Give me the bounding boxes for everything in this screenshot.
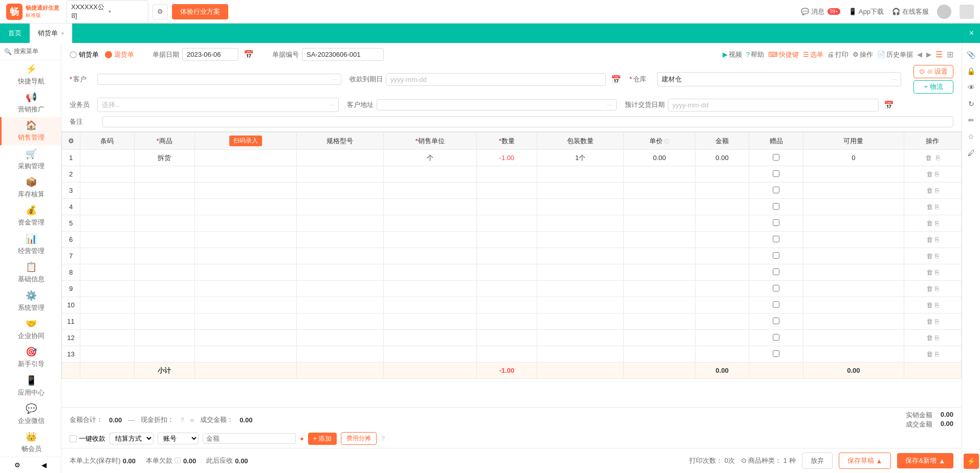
cell-qty[interactable] <box>476 199 537 215</box>
cell-qty[interactable] <box>476 313 537 330</box>
delete-icon[interactable]: 🗑 <box>926 334 933 342</box>
app-download-button[interactable]: 📱 App下载 <box>848 7 884 16</box>
cell-amount[interactable] <box>695 232 749 248</box>
cell-qty[interactable] <box>476 346 537 363</box>
fee-help-icon[interactable]: ? <box>381 435 384 442</box>
settings-icon[interactable]: ⚙ <box>153 4 168 19</box>
sidebar-item-enterprise[interactable]: 🤝 企业协同 <box>0 315 61 343</box>
delete-icon[interactable]: 🗑 <box>926 203 933 211</box>
cell-action[interactable]: 🗑⎘ <box>904 264 961 281</box>
cell-pkg-qty[interactable] <box>537 232 624 248</box>
sidebar-item-basic[interactable]: 📋 基础信息 <box>0 259 61 287</box>
cell-product[interactable] <box>134 183 194 199</box>
cell-barcode[interactable] <box>80 183 135 199</box>
gift-checkbox[interactable] <box>773 187 779 193</box>
col-settings[interactable]: ⚙ <box>62 132 80 150</box>
expected-date-input[interactable]: yyyy-mm-dd <box>668 99 879 111</box>
cell-unit[interactable] <box>383 166 476 183</box>
rt-orange-action-btn[interactable]: ⚡ <box>964 454 979 469</box>
cell-gift[interactable] <box>749 281 803 297</box>
cell-pkg-qty[interactable] <box>537 330 624 346</box>
cell-qty[interactable] <box>476 281 537 297</box>
avatar[interactable] <box>937 5 951 19</box>
delete-icon[interactable]: 🗑 <box>926 170 933 178</box>
cell-unit[interactable] <box>383 199 476 215</box>
delete-icon[interactable]: 🗑 <box>926 301 933 309</box>
customer-addr-input[interactable]: ··· <box>377 99 616 110</box>
copy-icon[interactable]: ⎘ <box>935 318 939 325</box>
cell-spec[interactable] <box>296 297 383 313</box>
sidebar-item-wechat[interactable]: 💬 企业微信 <box>0 400 61 428</box>
cell-action[interactable]: 🗑⎘ <box>904 215 961 232</box>
cell-barcode[interactable] <box>80 264 135 281</box>
cell-action[interactable]: 🗑⎘ <box>904 297 961 313</box>
cell-unit[interactable] <box>383 330 476 346</box>
cell-product[interactable] <box>134 215 194 232</box>
cell-unit-price[interactable] <box>624 330 695 346</box>
delete-icon[interactable]: 🗑 <box>926 318 933 325</box>
cell-amount[interactable] <box>695 248 749 264</box>
sidebar-item-purchase[interactable]: 🛒 采购管理 <box>0 145 61 173</box>
cell-gift[interactable] <box>749 346 803 363</box>
cell-gift[interactable] <box>749 330 803 346</box>
cell-spec[interactable] <box>296 183 383 199</box>
select-button[interactable]: ☰ 选单 <box>803 50 823 59</box>
cell-pkg-qty[interactable] <box>537 297 624 313</box>
copy-icon[interactable]: ⎘ <box>935 187 939 194</box>
copy-icon[interactable]: ⎘ <box>936 154 940 162</box>
rt-edit-btn[interactable]: ✏ <box>964 112 979 128</box>
cell-barcode[interactable] <box>80 199 135 215</box>
cell-unit[interactable] <box>383 215 476 232</box>
gift-checkbox[interactable] <box>773 268 779 275</box>
cell-unit[interactable] <box>383 281 476 297</box>
info-icon[interactable]: ⓘ <box>175 456 181 465</box>
rt-write-btn[interactable]: 🖊 <box>964 145 979 161</box>
payment-method-select[interactable]: 结算方式 <box>110 433 154 444</box>
discount-help-icon[interactable]: ? <box>180 416 184 424</box>
sidebar-item-member[interactable]: 👑 畅会员 <box>0 429 61 457</box>
discard-button[interactable]: 放弃 <box>802 453 833 469</box>
delete-icon[interactable]: 🗑 <box>926 236 933 243</box>
copy-icon[interactable]: ⎘ <box>935 203 939 211</box>
cell-pkg-qty[interactable] <box>537 264 624 281</box>
cell-gift[interactable] <box>749 166 803 183</box>
salesperson-input[interactable]: 选择... ··· <box>97 98 339 112</box>
sidebar-item-quick-nav[interactable]: ⚡ 快捷导航 <box>0 60 61 88</box>
cell-product[interactable]: 拆货 <box>134 150 194 166</box>
cell-barcode[interactable] <box>80 248 135 264</box>
company-selector[interactable]: XXXXXX公司 ▾ <box>67 0 148 24</box>
dots-icon[interactable]: ● <box>300 435 304 442</box>
cell-pkg-qty[interactable] <box>537 166 624 183</box>
cell-unit-price[interactable] <box>624 166 695 183</box>
cell-product[interactable] <box>134 232 194 248</box>
add-button[interactable]: + 添加 <box>308 433 337 445</box>
cell-product[interactable] <box>134 281 194 297</box>
grid-icon[interactable]: ⊞ <box>947 50 953 59</box>
gift-checkbox[interactable] <box>773 301 779 308</box>
save-new-button[interactable]: 保存&新增 ▲ <box>897 453 953 468</box>
radio-sale-order[interactable]: 销货单 <box>70 50 99 59</box>
logistics-button[interactable]: + 物流 <box>913 80 953 94</box>
print-button[interactable]: 🖨 打印 <box>827 50 848 59</box>
cell-amount[interactable] <box>695 183 749 199</box>
delete-icon[interactable]: 🗑 <box>926 219 933 227</box>
copy-icon[interactable]: ⎘ <box>935 170 939 178</box>
cell-unit[interactable] <box>383 346 476 363</box>
cell-spec[interactable] <box>296 248 383 264</box>
cell-barcode[interactable] <box>80 232 135 248</box>
payment-date-input[interactable]: yyyy-mm-dd <box>386 73 606 86</box>
cell-qty[interactable] <box>476 215 537 232</box>
tab-sales-order[interactable]: 销货单 × <box>30 24 72 43</box>
cell-pkg-qty[interactable]: 1个 <box>537 150 624 166</box>
cell-qty[interactable] <box>476 183 537 199</box>
operation-button[interactable]: ⚙ 操作 <box>853 50 873 59</box>
sidebar-item-guide[interactable]: 🎯 新手引导 <box>0 344 61 372</box>
trial-button[interactable]: 体验行业方案 <box>172 4 228 19</box>
cell-spec[interactable] <box>296 199 383 215</box>
sidebar-item-system[interactable]: ⚙️ 系统管理 <box>0 287 61 315</box>
video-button[interactable]: ▶ 视频 <box>723 50 742 59</box>
cell-qty[interactable] <box>476 232 537 248</box>
cell-gift[interactable] <box>749 232 803 248</box>
tab-home[interactable]: 首页 <box>0 24 30 43</box>
cell-barcode[interactable] <box>80 330 135 346</box>
